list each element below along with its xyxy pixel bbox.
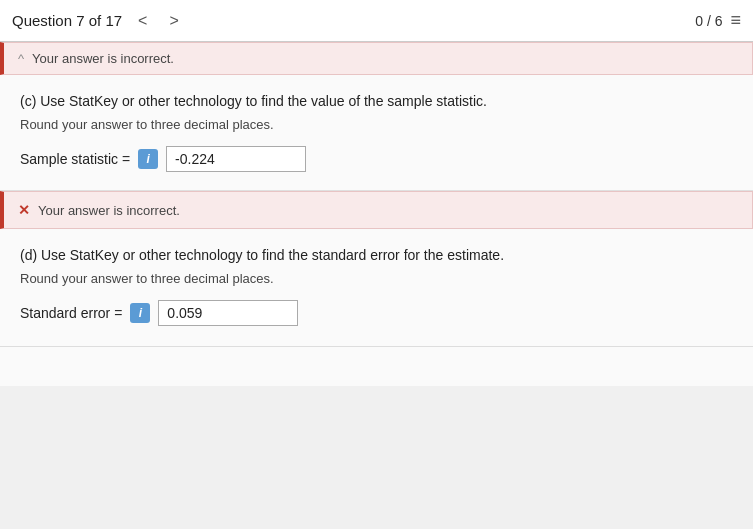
question-label: Question 7 of 17 — [12, 12, 122, 29]
part-c-round-note: Round your answer to three decimal place… — [20, 117, 733, 132]
next-button[interactable]: > — [163, 10, 184, 32]
part-d-section: (d) Use StatKey or other technology to f… — [0, 229, 753, 346]
prev-button[interactable]: < — [132, 10, 153, 32]
part-d-input-row: Standard error = i — [20, 300, 733, 326]
part-c-section: (c) Use StatKey or other technology to f… — [0, 75, 753, 191]
part-d-answer-input[interactable] — [158, 300, 298, 326]
top-incorrect-banner: ^ Your answer is incorrect. — [0, 42, 753, 75]
mid-incorrect-banner: ✕ Your answer is incorrect. — [0, 191, 753, 229]
part-d-input-label: Standard error = — [20, 305, 122, 321]
mid-incorrect-text: Your answer is incorrect. — [38, 203, 180, 218]
top-incorrect-text: Your answer is incorrect. — [32, 51, 174, 66]
part-c-info-button[interactable]: i — [138, 149, 158, 169]
part-c-instruction: (c) Use StatKey or other technology to f… — [20, 93, 733, 109]
bottom-bar — [0, 346, 753, 386]
content-area: ^ Your answer is incorrect. (c) Use Stat… — [0, 42, 753, 386]
part-c-input-row: Sample statistic = i — [20, 146, 733, 172]
part-d-round-note: Round your answer to three decimal place… — [20, 271, 733, 286]
part-d-instruction: (d) Use StatKey or other technology to f… — [20, 247, 733, 263]
part-c-input-label: Sample statistic = — [20, 151, 130, 167]
part-c-answer-input[interactable] — [166, 146, 306, 172]
menu-icon[interactable]: ≡ — [730, 10, 741, 31]
x-icon: ✕ — [18, 202, 30, 218]
score-label: 0 / 6 — [695, 13, 722, 29]
top-bar-left: Question 7 of 17 < > — [12, 10, 185, 32]
part-d-info-button[interactable]: i — [130, 303, 150, 323]
top-bar: Question 7 of 17 < > 0 / 6 ≡ — [0, 0, 753, 42]
top-bar-right: 0 / 6 ≡ — [695, 10, 741, 31]
caret-icon: ^ — [18, 51, 24, 66]
